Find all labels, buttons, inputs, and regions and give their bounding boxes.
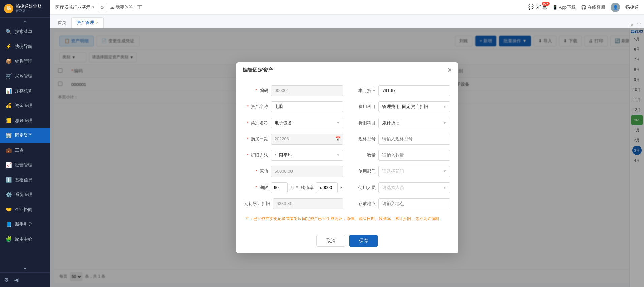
name-label: * 资产名称 <box>244 104 271 110</box>
depreciation-subject-select[interactable]: 累计折旧 ▼ <box>378 118 450 128</box>
sidebar-item-enterprise[interactable]: 🤝 企业协同 <box>0 202 50 217</box>
user-avatar[interactable]: 👤 <box>611 3 620 12</box>
category-select[interactable]: 电子设备 ▼ <box>271 118 344 128</box>
code-input[interactable] <box>271 85 344 96</box>
sidebar-scroll-up[interactable]: ▲ <box>0 18 50 24</box>
code-label: * 编码 <box>244 88 271 94</box>
tab-close-icon[interactable]: ✕ <box>96 21 99 25</box>
expense-subject-select[interactable]: 管理费用_固定资产折旧 ▼ <box>378 101 450 112</box>
tab-close-all-icon[interactable]: ✕ <box>630 23 634 28</box>
branch-name: 医疗器械行业演示 <box>55 4 90 10</box>
sidebar-item-system[interactable]: ⚙️ 系统管理 <box>0 187 50 202</box>
category-label: * 类别名称 <box>244 120 271 126</box>
branch-selector[interactable]: 医疗器械行业演示 ▼ <box>55 4 95 10</box>
sidebar-item-guide[interactable]: 📘 新手引导 <box>0 217 50 232</box>
user-select[interactable]: 请选择人员 ▼ <box>378 182 450 193</box>
dialog-footer: 取消 保存 <box>236 232 458 253</box>
dialog-close-button[interactable]: ✕ <box>447 67 452 73</box>
dialog-left-col: * 编码 * 资产名称 <box>244 85 344 215</box>
department-select[interactable]: 请选择部门 ▼ <box>378 166 450 177</box>
expense-subject-value: 管理费用_固定资产折旧 <box>382 104 428 110</box>
sidebar: 畅 畅捷通好业财 普及版 ▲ 🔍 搜索菜单 ⚡ 快捷导航 📦 销售管理 🛒 采购… <box>0 0 50 287</box>
tabbar: 首页 资产管理 ✕ ✕ ⛶ <box>50 15 644 28</box>
sidebar-item-label: 总账管理 <box>15 118 32 124</box>
residual-rate-input[interactable] <box>316 182 338 193</box>
sidebar-item-sales[interactable]: 📦 销售管理 <box>0 54 50 69</box>
feedback-button[interactable]: ☁ 我要体验一下 <box>110 4 142 10</box>
topbar-left: 医疗器械行业演示 ▼ ⚙ ☁ 我要体验一下 <box>55 3 524 12</box>
residual-rate-label: 残值率 <box>301 185 314 191</box>
edit-dialog: 编辑固定资产 ✕ * 编码 <box>236 62 458 253</box>
tab-asset-management-label: 资产管理 <box>76 20 94 26</box>
user-arrow-icon: ▼ <box>443 186 447 189</box>
spec-model-input[interactable] <box>378 134 450 145</box>
dep-subject-arrow-icon: ▼ <box>443 121 447 125</box>
sidebar-item-funds[interactable]: 💰 资金管理 <box>0 98 50 113</box>
system-icon: ⚙️ <box>5 191 12 198</box>
fixed-assets-icon: 🏢 <box>5 132 12 139</box>
search-icon: 🔍 <box>5 28 12 35</box>
form-row-quantity: 数量 <box>351 150 450 161</box>
gear-icon: ⚙ <box>100 5 104 10</box>
dialog-right-col: 本月折旧 费用科目 管理费用_固定资产折旧 <box>351 85 450 215</box>
sidebar-bottom: ⚙ ◀ <box>0 272 50 287</box>
calendar-icon[interactable]: 📅 <box>335 136 341 141</box>
form-row-monthly-depreciation: 本月折旧 <box>351 85 450 96</box>
tab-home[interactable]: 首页 <box>53 17 71 28</box>
online-service-label: 在线客服 <box>588 4 605 10</box>
logo-icon: 畅 <box>4 4 13 13</box>
collapse-icon[interactable]: ◀ <box>14 277 18 283</box>
sidebar-item-inventory[interactable]: 📊 库存核算 <box>0 84 50 98</box>
depreciation-method-select[interactable]: 年限平均 ▼ <box>271 150 344 161</box>
sidebar-item-label: 系统管理 <box>15 192 32 198</box>
expense-arrow-icon: ▼ <box>443 105 447 108</box>
branch-settings-button[interactable]: ⚙ <box>98 3 107 12</box>
avatar-icon: 👤 <box>613 5 618 10</box>
department-placeholder: 请选择部门 <box>382 168 404 174</box>
name-input[interactable] <box>271 101 344 112</box>
inventory-icon: 📊 <box>5 88 12 94</box>
original-value-label: * 原值 <box>244 168 271 174</box>
cloud-icon: ☁ <box>110 5 114 10</box>
sidebar-item-payroll[interactable]: 💼 工资 <box>0 143 50 158</box>
period-label: * 期限 <box>244 185 271 191</box>
sidebar-item-purchase[interactable]: 🛒 采购管理 <box>0 69 50 84</box>
form-row-user: 使用人员 请选择人员 ▼ <box>351 182 450 193</box>
sidebar-item-basic-info[interactable]: ℹ️ 基础信息 <box>0 172 50 187</box>
sidebar-item-operations[interactable]: 📈 经营管理 <box>0 158 50 172</box>
sidebar-item-app-center[interactable]: 🧩 应用中心 <box>0 232 50 247</box>
app-center-icon: 🧩 <box>5 236 12 243</box>
cancel-button[interactable]: 取消 <box>316 235 345 247</box>
monthly-depreciation-input[interactable] <box>378 85 450 96</box>
dialog-header: 编辑固定资产 ✕ <box>236 62 458 78</box>
quantity-input[interactable] <box>378 150 450 161</box>
messages-button[interactable]: 💬 99+ 消息 <box>528 4 547 11</box>
period-input[interactable] <box>271 182 288 193</box>
quicknav-icon: ⚡ <box>5 43 12 50</box>
sidebar-item-search[interactable]: 🔍 搜索菜单 <box>0 24 50 39</box>
tab-asset-management[interactable]: 资产管理 ✕ <box>71 17 104 28</box>
user-label: 使用人员 <box>351 185 378 191</box>
location-input[interactable] <box>378 198 450 209</box>
save-button[interactable]: 保存 <box>349 235 378 247</box>
settings-icon[interactable]: ⚙ <box>4 277 9 283</box>
sidebar-item-quicknav[interactable]: ⚡ 快捷导航 <box>0 39 50 54</box>
topbar-right: 💬 99+ 消息 📱 App下载 🎧 在线客服 👤 畅捷通 <box>528 3 639 12</box>
form-row-depreciation-subject: 折旧科目 累计折旧 ▼ <box>351 118 450 128</box>
sidebar-item-general-ledger[interactable]: 📒 总账管理 <box>0 113 50 128</box>
online-service-button[interactable]: 🎧 在线客服 <box>581 4 605 10</box>
sidebar-scroll-down[interactable]: ▼ <box>0 265 50 272</box>
tab-expand-icon[interactable]: ⛶ <box>637 23 641 28</box>
original-value-input[interactable] <box>271 166 344 177</box>
initial-depreciation-input[interactable] <box>273 198 344 209</box>
depreciation-method-value: 年限平均 <box>275 152 292 158</box>
dialog-body: * 编码 * 资产名称 <box>236 78 458 232</box>
purchase-date-input[interactable] <box>271 134 344 145</box>
name-required-star: * <box>247 104 249 109</box>
messages-badge: 99+ <box>542 2 550 6</box>
tabbar-actions: ✕ ⛶ <box>627 23 644 28</box>
sidebar-item-fixed-assets[interactable]: 🏢 固定资产 <box>0 128 50 143</box>
sidebar-item-label: 工资 <box>15 147 24 153</box>
app-download-button[interactable]: 📱 App下载 <box>552 4 576 10</box>
category-required-star: * <box>247 120 249 125</box>
